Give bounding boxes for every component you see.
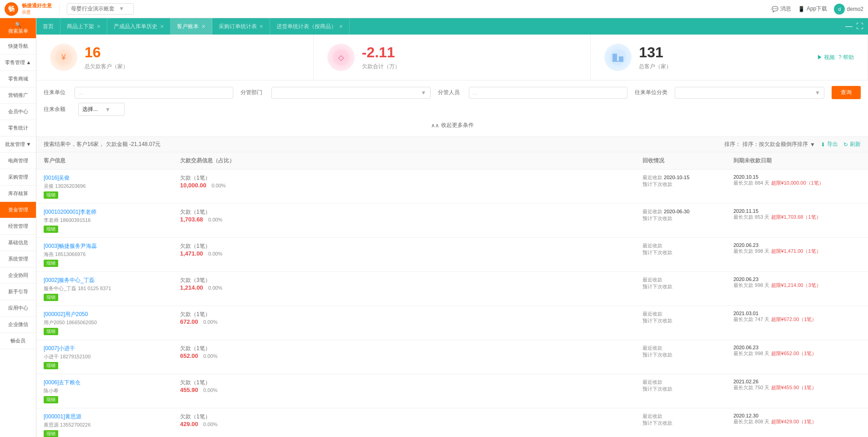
debt-count-5: 欠款（1笔）	[180, 345, 642, 352]
refresh-button[interactable]: ↻ 刷新	[843, 141, 861, 148]
phone-icon: 📱	[798, 6, 805, 12]
sidebar-item-basic-info[interactable]: 基础信息	[0, 235, 36, 251]
person-input[interactable]: ...	[469, 87, 627, 99]
sidebar-item-new-guide[interactable]: 新手引导	[0, 284, 36, 300]
debt-ratio-4: 0.00%	[203, 319, 217, 325]
sidebar-item-batch-manage[interactable]: 批发管理 ▼	[0, 136, 36, 153]
tab-close-product-manage[interactable]: ×	[97, 23, 100, 30]
tab-product-manage[interactable]: 商品上下架 ×	[60, 18, 107, 35]
sidebar-item-retail-store[interactable]: 零售商城	[0, 71, 36, 87]
sidebar-item-app-center[interactable]: 应用中心	[0, 300, 36, 316]
customer-detail-3: 服务中心_丁磊 181 0125 8371	[44, 285, 180, 292]
stat-value-total: 131	[639, 44, 672, 61]
filter-dept: 分管部门 ▼	[241, 87, 430, 99]
tab-bar: 首页 商品上下架 × 产成品入库单历史 × 客户账本 × 采购订单统计表 × 进…	[36, 18, 868, 35]
sidebar-item-quick-nav[interactable]: 快捷导航	[0, 38, 36, 55]
tab-customer-account[interactable]: 客户账本 ×	[171, 18, 212, 35]
sidebar-item-retail-stats[interactable]: 零售统计	[0, 120, 36, 136]
stat-card-right: ▶ 视频 ? 帮助	[817, 54, 854, 61]
stat-label-debt: 欠款合计（万）	[362, 63, 400, 70]
export-button[interactable]: ⬇ 导出	[821, 141, 838, 148]
stat-value-owing: 16	[85, 44, 128, 61]
overdue-info-1: 2020.11.15 最长欠款 853 天 超限¥1,703.68（1笔）	[733, 208, 861, 233]
search-button[interactable]: 查询	[832, 86, 861, 99]
logo-area: 畅 畅捷通好生意 示意 母婴行业演示账套 ▼	[5, 2, 134, 16]
top-right-area: 💬 消息 📱 App下载 d demo2	[772, 4, 863, 15]
balance-chevron: ▼	[105, 106, 110, 113]
customer-name-3[interactable]: [0002]服务中心_丁磊	[44, 276, 180, 284]
filter-source-unit-label: 往来单位	[44, 89, 71, 96]
sidebar-item-system[interactable]: 系统管理	[0, 251, 36, 267]
customer-name-2[interactable]: [0003]畅捷服务尹海蕊	[44, 242, 180, 250]
tab-product-history[interactable]: 产成品入库单历史 ×	[107, 18, 171, 35]
tab-maximize-btn[interactable]: ⛶	[856, 22, 863, 30]
help-btn[interactable]: ? 帮助	[838, 54, 854, 61]
balance-select[interactable]: 选择... ▼	[78, 103, 125, 116]
svg-rect-7	[612, 61, 623, 62]
customer-name-5[interactable]: [0007]小进干	[44, 345, 180, 352]
sidebar-item-purchase[interactable]: 采购管理	[0, 169, 36, 186]
sidebar-item-enterprise-collab[interactable]: 企业协同	[0, 267, 36, 284]
customer-name-4[interactable]: [000002]用户2050	[44, 311, 180, 318]
tab-bar-right: — ⛶	[841, 22, 868, 30]
user-avatar[interactable]: d demo2	[834, 4, 863, 15]
customer-badge-7: 现销	[44, 430, 58, 437]
overdue-info-7: 2020.12.30 最长欠款 808 天 超限¥429.00（1笔）	[733, 413, 861, 437]
tab-close-purchase-stats[interactable]: ×	[339, 23, 343, 30]
debt-info-4: 欠款（1笔） 672.00 0.00%	[180, 311, 642, 335]
sidebar-item-inventory[interactable]: 库存核算	[0, 186, 36, 202]
tab-close-purchase-order[interactable]: ×	[260, 23, 263, 30]
sidebar-item-operation[interactable]: 经营管理	[0, 218, 36, 235]
sidebar-item-marketing[interactable]: 营销推广	[0, 87, 36, 104]
sidebar-item-enterprise-wechat[interactable]: 企业微信	[0, 316, 36, 333]
debt-amount-2: 1,471.00	[180, 250, 203, 257]
unit-category-select[interactable]: ▼	[675, 87, 824, 99]
sidebar-item-finance[interactable]: 资金管理	[0, 202, 36, 218]
filter-person-label: 分管人员	[438, 89, 465, 96]
collapse-button[interactable]: ∧∧ 收起更多条件	[44, 120, 861, 131]
customer-detail-2: 海燕 18513066976	[44, 251, 180, 258]
debt-info-5: 欠款（1笔） 652.00 0.00%	[180, 345, 642, 369]
debt-amount-5: 652.00	[180, 352, 198, 359]
dept-select[interactable]: ▼	[271, 87, 430, 99]
customer-name-0[interactable]: [0016]吴俊	[44, 174, 180, 182]
collection-info-4: 最近收款 预计下次收款	[642, 311, 733, 335]
tab-close-customer-account[interactable]: ×	[201, 23, 205, 30]
app-download-btn[interactable]: 📱 App下载	[798, 5, 827, 13]
sidebar-item-retail-manage[interactable]: 零售管理 ▲	[0, 55, 36, 71]
debt-amount-7: 429.00	[180, 421, 198, 427]
filter-area: 往来单位 ... 分管部门 ▼ 分管人员	[36, 80, 868, 137]
content-area: ¥ 16 总欠款客户（家） ◇	[36, 35, 868, 437]
tab-purchase-stats[interactable]: 进货单统计表（按商品） ×	[270, 18, 350, 35]
tab-home[interactable]: 首页	[36, 18, 60, 35]
customer-info-2: [0003]畅捷服务尹海蕊 海燕 18513066976 现销	[44, 242, 180, 267]
sidebar-item-member[interactable]: 会员中心	[0, 104, 36, 120]
dept-chevron: ▼	[421, 90, 426, 96]
customer-name-6[interactable]: [0006]去下粮仓	[44, 379, 180, 387]
tab-minimize-btn[interactable]: —	[845, 22, 853, 30]
tab-close-product-history[interactable]: ×	[160, 23, 164, 30]
customer-name-1[interactable]: [00010200001]李老师	[44, 208, 180, 216]
search-menu[interactable]: 🔍 搜索菜单	[0, 18, 36, 38]
unit-category-chevron: ▼	[815, 90, 820, 96]
stat-card-debt: ◇ -2.11 欠款合计（万）	[314, 35, 591, 80]
customer-name-7[interactable]: [000001]黄思源	[44, 413, 180, 421]
source-unit-input[interactable]: ...	[75, 87, 233, 99]
sidebar-item-ecommerce[interactable]: 电商管理	[0, 153, 36, 169]
balance-label: 往来余额	[44, 105, 71, 113]
video-btn[interactable]: ▶ 视频	[817, 54, 835, 61]
sidebar-item-vip[interactable]: 畅会员	[0, 333, 36, 349]
stats-row: ¥ 16 总欠款客户（家） ◇	[36, 35, 868, 80]
company-selector[interactable]: 母婴行业演示账套 ▼	[67, 3, 134, 15]
search-icon: 🔍	[15, 22, 21, 27]
customer-info-0: [0016]吴俊 吴俊 13026203696 现销	[44, 174, 180, 199]
table-row: [000002]用户2050 用户2050 18665062050 现销 欠款（…	[36, 306, 868, 340]
sort-button[interactable]: 排序： 排序：按欠款金额倒序排序 ▼	[724, 141, 815, 148]
top-bar: 畅 畅捷通好生意 示意 母婴行业演示账套 ▼ 💬 消息 📱 App下载 d de…	[0, 0, 868, 18]
overdue-info-4: 2021.03.01 最长欠款 747 天 超限¥672.00（1笔）	[733, 311, 861, 335]
message-btn[interactable]: 💬 消息	[772, 5, 791, 13]
debt-count-1: 欠款（1笔）	[180, 208, 642, 216]
filter-unit-category: 往来单位分类 ▼	[635, 87, 824, 99]
tab-purchase-order[interactable]: 采购订单统计表 ×	[212, 18, 270, 35]
stat-content-owing: 16 总欠款客户（家）	[85, 44, 128, 70]
